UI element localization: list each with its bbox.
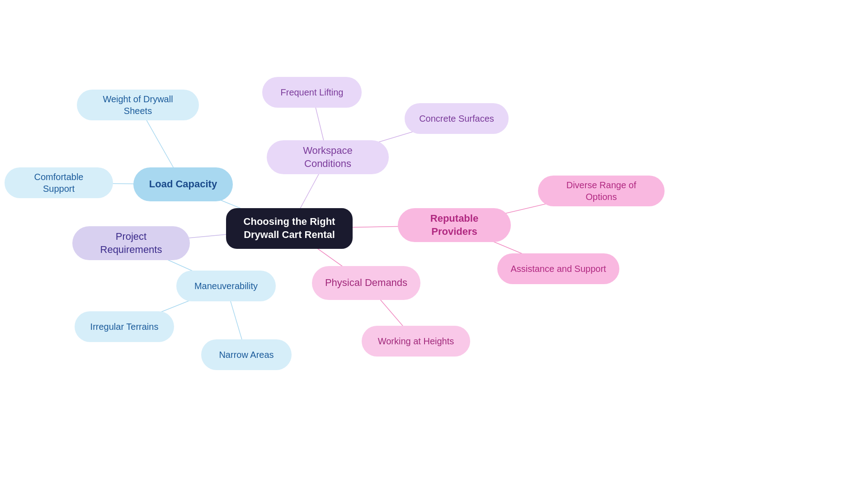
assistance-support-node: Assistance and Support (497, 253, 619, 284)
reputable-providers-node: Reputable Providers (398, 208, 511, 242)
comfortable-support-node: Comfortable Support (5, 167, 113, 198)
weight-node: Weight of Drywall Sheets (77, 90, 199, 120)
concrete-surfaces-node: Concrete Surfaces (405, 103, 509, 134)
narrow-areas-node: Narrow Areas (201, 339, 292, 370)
irregular-terrains-node: Irregular Terrains (75, 311, 174, 342)
center-node: Choosing the Right Drywall Cart Rental (226, 208, 353, 249)
diverse-range-node: Diverse Range of Options (538, 176, 665, 206)
frequent-lifting-node: Frequent Lifting (262, 77, 362, 108)
workspace-conditions-node: Workspace Conditions (267, 140, 389, 174)
project-requirements-node: Project Requirements (72, 226, 190, 260)
physical-demands-node: Physical Demands (312, 266, 420, 300)
working-at-heights-node: Working at Heights (362, 326, 470, 357)
maneuverability-node: Maneuverability (176, 271, 276, 301)
load-capacity-node: Load Capacity (133, 167, 233, 201)
